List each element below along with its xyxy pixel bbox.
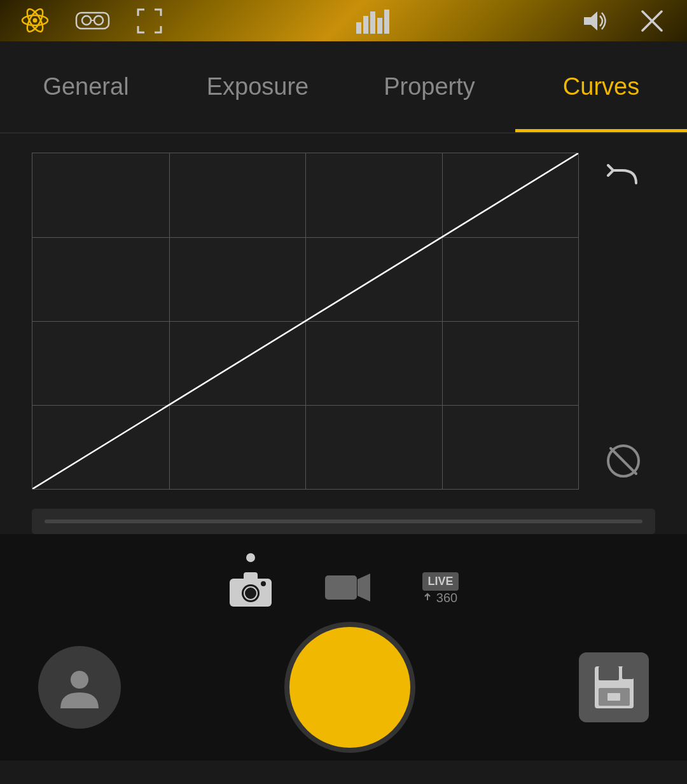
tab-bar: General Exposure Property Curves bbox=[0, 41, 687, 134]
vr-icon[interactable] bbox=[70, 0, 114, 43]
360-label: 360 bbox=[424, 591, 457, 605]
svg-rect-32 bbox=[607, 693, 620, 701]
tab-curves[interactable]: Curves bbox=[515, 41, 687, 132]
gallery-button[interactable] bbox=[38, 646, 121, 729]
close-icon[interactable] bbox=[630, 0, 674, 43]
scrollbar-container bbox=[0, 509, 687, 534]
svg-marker-25 bbox=[357, 574, 370, 602]
live360-mode[interactable]: LIVE 360 bbox=[422, 556, 458, 605]
curves-panel bbox=[0, 134, 687, 502]
scroll-stripe bbox=[45, 519, 643, 523]
tab-exposure[interactable]: Exposure bbox=[172, 41, 344, 132]
atom-icon[interactable] bbox=[13, 0, 57, 43]
video-dot-placeholder bbox=[344, 554, 352, 563]
bottom-row bbox=[0, 614, 687, 760]
undo-button[interactable] bbox=[601, 159, 646, 203]
top-bar-left bbox=[13, 0, 172, 43]
video-camera-icon bbox=[324, 570, 371, 608]
curve-side-buttons bbox=[592, 153, 655, 490]
svg-point-27 bbox=[71, 671, 88, 689]
svg-rect-29 bbox=[622, 666, 634, 679]
svg-point-5 bbox=[82, 16, 91, 25]
chart-icon[interactable] bbox=[350, 0, 394, 43]
live-badge: LIVE bbox=[422, 572, 458, 591]
tab-property[interactable]: Property bbox=[344, 41, 515, 132]
live360-dot-placeholder bbox=[436, 556, 445, 565]
svg-point-6 bbox=[94, 16, 103, 25]
live360-icon: LIVE 360 bbox=[422, 572, 458, 605]
svg-rect-11 bbox=[377, 18, 382, 34]
svg-rect-12 bbox=[384, 10, 389, 34]
top-bar bbox=[0, 0, 687, 41]
svg-rect-8 bbox=[356, 22, 361, 34]
mode-icons-row: LIVE 360 bbox=[228, 534, 458, 614]
svg-point-23 bbox=[261, 581, 266, 586]
camera-controls: LIVE 360 bbox=[0, 534, 687, 760]
save-button[interactable] bbox=[579, 652, 649, 722]
curve-line bbox=[32, 153, 578, 489]
scrollbar[interactable] bbox=[32, 509, 655, 534]
svg-marker-13 bbox=[584, 11, 597, 31]
curve-graph[interactable] bbox=[32, 153, 579, 490]
svg-rect-10 bbox=[370, 11, 375, 34]
top-bar-right bbox=[572, 0, 674, 43]
svg-rect-9 bbox=[363, 16, 368, 34]
clear-button[interactable] bbox=[601, 439, 646, 483]
fullscreen-icon[interactable] bbox=[127, 0, 172, 43]
svg-rect-30 bbox=[599, 666, 619, 680]
photo-mode[interactable] bbox=[228, 553, 273, 608]
tab-general[interactable]: General bbox=[0, 41, 172, 132]
photo-dot bbox=[246, 553, 255, 562]
svg-rect-20 bbox=[244, 572, 258, 581]
video-mode[interactable] bbox=[324, 554, 371, 608]
photo-camera-icon bbox=[228, 570, 273, 608]
svg-point-3 bbox=[32, 18, 37, 23]
volume-icon[interactable] bbox=[572, 0, 617, 43]
shutter-button[interactable] bbox=[289, 627, 410, 748]
svg-rect-24 bbox=[325, 575, 357, 600]
svg-line-18 bbox=[611, 448, 636, 474]
svg-line-16 bbox=[32, 153, 578, 489]
